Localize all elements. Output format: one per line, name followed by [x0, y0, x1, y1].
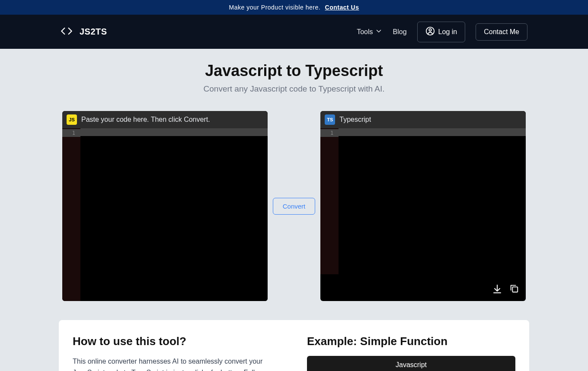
nav-tools-dropdown[interactable]: Tools — [357, 27, 382, 37]
banner-text: Make your Product visible here. — [229, 4, 321, 11]
howto-text: This online converter harnesses AI to se… — [73, 356, 281, 371]
info-section: How to use this tool? This online conver… — [59, 320, 529, 371]
user-circle-icon — [425, 26, 435, 38]
page-title: Javascript to Typescript — [0, 62, 588, 80]
navbar: JS2TS Tools Blog Log in Contact Me — [0, 15, 588, 49]
svg-rect-2 — [512, 287, 518, 292]
example-column: Example: Simple Function Javascript — [307, 335, 515, 371]
nav-right: Tools Blog Log in Contact Me — [357, 22, 527, 42]
nav-left: JS2TS — [61, 25, 107, 39]
download-icon[interactable] — [492, 284, 502, 296]
ts-badge-icon: TS — [325, 114, 335, 125]
output-editor-body: 1 — [320, 128, 526, 279]
hero-section: Javascript to Typescript Convert any Jav… — [0, 49, 588, 111]
code-first-line-highlight — [80, 128, 268, 136]
line-number: 1 — [62, 129, 80, 137]
js-badge-icon: JS — [67, 114, 77, 125]
input-header-text: Paste your code here. Then click Convert… — [81, 116, 210, 124]
input-code-area[interactable] — [80, 128, 268, 301]
promo-banner: Make your Product visible here. Contact … — [0, 0, 588, 15]
input-line-gutter: 1 — [62, 128, 80, 301]
nav-tools-label: Tools — [357, 28, 373, 36]
nav-blog-link[interactable]: Blog — [393, 28, 407, 36]
page-subtitle: Convert any Javascript code to Typescrip… — [0, 84, 588, 94]
svg-point-1 — [429, 29, 431, 31]
logo-text[interactable]: JS2TS — [80, 27, 107, 37]
output-editor-panel: TS Typescript 1 — [320, 111, 526, 301]
logo-code-icon — [61, 25, 73, 39]
howto-heading: How to use this tool? — [73, 335, 281, 348]
output-editor-actions — [320, 279, 526, 301]
input-editor-body[interactable]: 1 — [62, 128, 268, 301]
line-number: 1 — [320, 129, 339, 137]
example-heading: Example: Simple Function — [307, 335, 515, 348]
contact-me-button[interactable]: Contact Me — [476, 23, 527, 41]
banner-contact-link[interactable]: Contact Us — [325, 4, 359, 11]
example-code-box: Javascript — [307, 356, 515, 371]
output-header-text: Typescript — [339, 116, 371, 124]
input-editor-panel: JS Paste your code here. Then click Conv… — [62, 111, 268, 301]
login-label: Log in — [438, 28, 457, 36]
output-editor-header: TS Typescript — [320, 111, 526, 128]
login-button[interactable]: Log in — [417, 22, 466, 42]
code-first-line-highlight — [339, 128, 526, 136]
copy-icon[interactable] — [509, 284, 519, 296]
converter-area: JS Paste your code here. Then click Conv… — [0, 111, 588, 301]
example-tab-label: Javascript — [313, 361, 509, 371]
input-editor-header: JS Paste your code here. Then click Conv… — [62, 111, 268, 128]
output-line-gutter: 1 — [320, 128, 339, 274]
convert-button[interactable]: Convert — [273, 198, 316, 215]
chevron-down-icon — [375, 27, 383, 37]
output-code-area — [339, 128, 526, 279]
howto-column: How to use this tool? This online conver… — [73, 335, 281, 371]
